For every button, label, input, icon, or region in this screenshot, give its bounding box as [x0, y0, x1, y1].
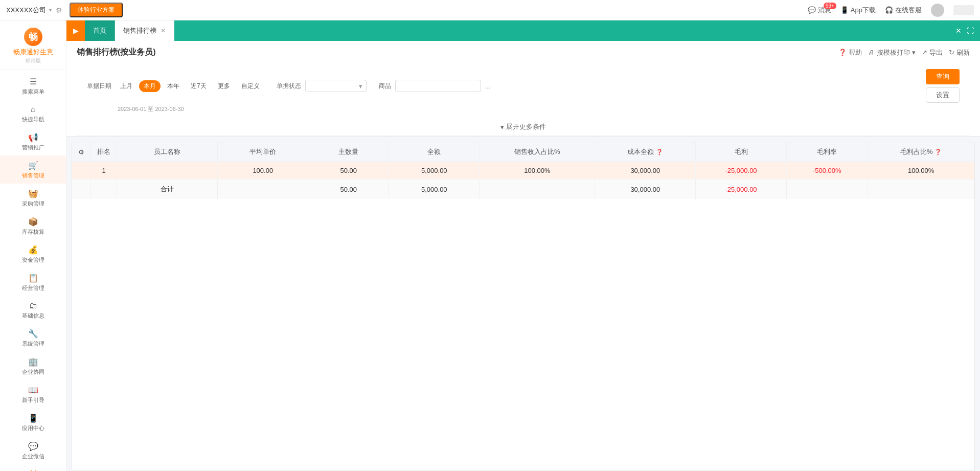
- app-download-btn[interactable]: 📱 App下载: [840, 6, 876, 15]
- date-range-display: 2023-06-01 至 2023-06-30: [118, 105, 960, 113]
- finance-icon: 💰: [28, 245, 38, 255]
- help-btn[interactable]: ❓ 帮助: [838, 48, 862, 57]
- footer-gross-pct: [868, 180, 974, 199]
- sidebar-item-member[interactable]: 👑 畅会员: [0, 464, 66, 471]
- th-sales-pct: 销售收入占比%: [480, 142, 595, 162]
- footer-rank-cell: [91, 180, 117, 199]
- td-name: [117, 162, 218, 180]
- footer-sales-pct: [480, 180, 595, 199]
- system-icon: 🔧: [28, 329, 38, 339]
- logo-icon: 畅: [24, 28, 42, 46]
- message-icon: 💬: [808, 6, 816, 14]
- refresh-icon: ↻: [949, 49, 954, 56]
- sidebar-item-basicinfo[interactable]: 🗂 基础信息: [0, 296, 66, 324]
- sidebar-label-finance: 资金管理: [22, 256, 44, 264]
- query-btn[interactable]: 查询: [926, 69, 960, 84]
- purchase-icon: 🧺: [28, 189, 38, 198]
- date-custom-btn[interactable]: 自定义: [237, 80, 264, 92]
- td-gross-rate: -500.00%: [786, 162, 868, 180]
- th-qty: 主数量: [308, 142, 389, 162]
- th-avg-price: 平均单价: [218, 142, 308, 162]
- top-bar: XXXXXX公司 ▾ ⚙ 体验行业方案 💬 消息 99+ 📱 App下载 🎧 在…: [0, 0, 980, 20]
- online-service-btn[interactable]: 🎧 在线客服: [885, 6, 922, 15]
- sidebar-item-wechat[interactable]: 💬 企业微信: [0, 436, 66, 464]
- inventory-icon: 📦: [28, 217, 38, 227]
- expand-conditions-btn[interactable]: ▾ 展开更多条件: [500, 122, 546, 131]
- sidebar-item-guide[interactable]: 📖 新手引导: [0, 380, 66, 408]
- guide-icon: 📖: [28, 385, 38, 395]
- date-filter-group: 单据日期 上月 本月 本年 近7天 更多 自定义: [87, 80, 264, 92]
- sidebar-item-inventory[interactable]: 📦 库存核算: [0, 212, 66, 240]
- th-settings[interactable]: ⚙: [72, 142, 91, 162]
- print-btn[interactable]: 🖨 按模板打印 ▾: [868, 48, 916, 57]
- tab-home[interactable]: 首页: [85, 20, 115, 41]
- sidebar-item-sales[interactable]: 🛒 销售管理: [0, 155, 66, 184]
- th-rank: 排名: [91, 142, 117, 162]
- table-container: ⚙ 排名 员工名称 平均单价 主数量 全额 销售收入占比% 成本全额 ❓ 毛利 …: [72, 142, 975, 471]
- date-this-year-btn[interactable]: 本年: [163, 80, 184, 92]
- date-prev-month-btn[interactable]: 上月: [116, 80, 137, 92]
- footer-gross-rate: [786, 180, 868, 199]
- message-btn[interactable]: 💬 消息 99+: [808, 6, 831, 15]
- td-qty: 50.00: [308, 162, 389, 180]
- cost-help-icon[interactable]: ❓: [656, 149, 663, 155]
- th-name: 员工名称: [117, 142, 218, 162]
- th-gross: 毛利: [696, 142, 786, 162]
- online-service-label: 在线客服: [895, 6, 922, 15]
- filter-area: 单据日期 上月 本月 本年 近7天 更多 自定义: [77, 64, 970, 118]
- settings-icon[interactable]: ⚙: [56, 6, 62, 14]
- status-select-wrapper: [305, 80, 367, 92]
- company-chevron-icon: ▾: [49, 7, 52, 13]
- sidebar-item-quicknav[interactable]: ⌂ 快捷导航: [0, 100, 66, 127]
- sidebar-item-search[interactable]: ☰ 搜索菜单: [0, 72, 66, 100]
- tab-close-icon[interactable]: ✕: [161, 27, 166, 34]
- help-icon: ❓: [838, 49, 847, 56]
- sales-icon: 🛒: [28, 161, 38, 170]
- sidebar-label-wechat: 企业微信: [22, 453, 44, 460]
- td-sales-pct: 100.00%: [480, 162, 595, 180]
- sidebar-item-operations[interactable]: 📋 经营管理: [0, 268, 66, 296]
- td-avg-price: 100.00: [218, 162, 308, 180]
- marketing-icon: 📢: [28, 132, 38, 142]
- export-icon: ↗: [922, 49, 927, 56]
- goods-input[interactable]: [395, 80, 481, 92]
- sales-rank-table: ⚙ 排名 员工名称 平均单价 主数量 全额 销售收入占比% 成本全额 ❓ 毛利 …: [72, 142, 974, 199]
- tab-sales-rank[interactable]: 销售排行榜 ✕: [115, 20, 174, 41]
- status-filter-label: 单据状态: [277, 82, 301, 91]
- sidebar-item-system[interactable]: 🔧 系统管理: [0, 324, 66, 352]
- user-avatar[interactable]: [931, 4, 944, 17]
- footer-avg-price: [218, 180, 308, 199]
- sidebar-item-marketing[interactable]: 📢 营销推广: [0, 127, 66, 155]
- footer-cost: 30,000.00: [595, 180, 696, 199]
- th-cost: 成本全额 ❓: [595, 142, 696, 162]
- gross-pct-help-icon[interactable]: ❓: [935, 149, 942, 155]
- sidebar-item-apps[interactable]: 📱 应用中心: [0, 408, 66, 436]
- status-select[interactable]: [305, 80, 367, 92]
- date-more-btn[interactable]: 更多: [213, 80, 235, 92]
- user-name: [953, 5, 974, 15]
- tab-close-window-btn[interactable]: ✕: [955, 27, 962, 35]
- td-gross: -25,000.00: [696, 162, 786, 180]
- tab-scroll-left-btn[interactable]: ▶: [66, 20, 85, 41]
- sidebar-item-purchase[interactable]: 🧺 采购管理: [0, 184, 66, 212]
- date-this-month-btn[interactable]: 本月: [139, 80, 161, 92]
- company-selector[interactable]: XXXXXX公司 ▾: [6, 6, 52, 15]
- date-last7-btn[interactable]: 近7天: [186, 80, 211, 92]
- table-header-row: ⚙ 排名 员工名称 平均单价 主数量 全额 销售收入占比% 成本全额 ❓ 毛利 …: [72, 142, 974, 162]
- date-range-text: 2023-06-01 至 2023-06-30: [118, 106, 184, 112]
- footer-amount: 5,000.00: [389, 180, 480, 199]
- sidebar-label-quicknav: 快捷导航: [22, 116, 44, 123]
- sidebar-item-collab[interactable]: 🏢 企业协同: [0, 352, 66, 380]
- date-filter-label: 单据日期: [87, 82, 111, 91]
- settings-btn[interactable]: 设置: [926, 87, 960, 103]
- table-footer: 合计 50.00 5,000.00 30,000.00 -25,000.00: [72, 180, 974, 199]
- export-btn[interactable]: ↗ 导出: [922, 48, 943, 57]
- tab-fullscreen-btn[interactable]: ⛶: [967, 27, 974, 35]
- sidebar-item-finance[interactable]: 💰 资金管理: [0, 240, 66, 268]
- collab-icon: 🏢: [28, 357, 38, 367]
- trial-btn[interactable]: 体验行业方案: [70, 3, 123, 17]
- refresh-btn[interactable]: ↻ 刷新: [949, 48, 970, 57]
- goods-more-btn[interactable]: ...: [485, 82, 491, 90]
- footer-settings-cell: [72, 180, 91, 199]
- td-gross-pct: 100.00%: [868, 162, 974, 180]
